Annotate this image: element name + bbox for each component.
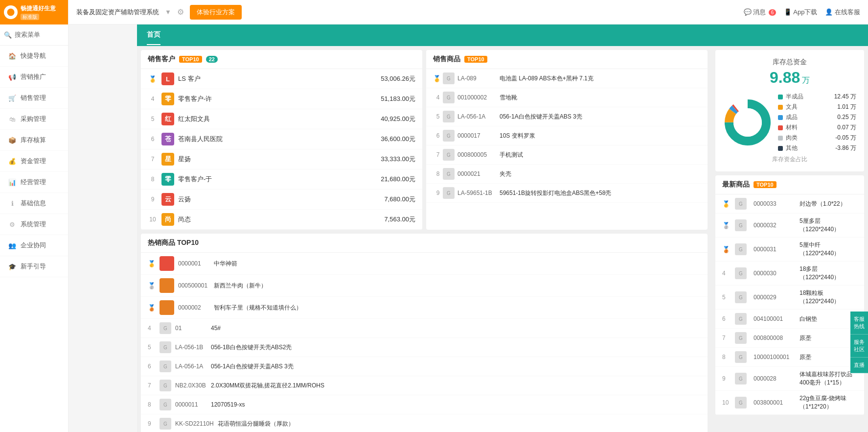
customer-service-btn[interactable]: 客服热线	[850, 312, 868, 335]
customer-name: LS 客户	[178, 74, 381, 83]
search-menu-button[interactable]: 🔍 搜索菜单	[4, 28, 64, 41]
product-code: 003800001	[754, 399, 793, 406]
table-row[interactable]: 🥇 G LA-089 电池盖 LA-089 ABS本色+黑种 7.1克	[426, 69, 708, 88]
customer-amount: 36,600.00元	[381, 135, 415, 144]
float-buttons: 客服热线 服务社区 直播	[850, 312, 868, 373]
rank-num: 5	[148, 344, 156, 351]
rank-medal-icon: 🥈	[148, 282, 156, 289]
table-row[interactable]: 6 苍 苍南县人民医院 36,600.00元	[141, 129, 422, 149]
rank-num: 4	[433, 94, 443, 101]
dropdown-icon[interactable]: ▼	[165, 8, 171, 16]
table-row[interactable]: 7 星 星扬 33,333.00元	[141, 149, 422, 169]
product-name: 体城嘉枝味苏打饮品400毫升（1*15）	[799, 370, 857, 387]
sidebar-item-销售管理[interactable]: 🛒销售管理	[0, 88, 68, 109]
sidebar-item-企业协同[interactable]: 👥企业协同	[0, 235, 68, 256]
list-item[interactable]: 🥉 0000002 智利车子里（规格不知道填什么）	[141, 297, 708, 319]
table-row[interactable]: 4 G 001000002 雪地靴	[426, 88, 708, 107]
list-item[interactable]: 🥇 G 0000033 封边带（1.0*22）	[715, 194, 864, 214]
sales-goods-badge: TOP10	[464, 56, 487, 63]
megaphone-icon: 📢	[8, 72, 17, 81]
legend-label: 肉类	[786, 134, 798, 142]
online-service[interactable]: 👤 在线客服	[825, 8, 860, 17]
list-item[interactable]: 8 G 10000100001 原垄	[715, 348, 864, 367]
list-item[interactable]: 9 G 0000028 体城嘉枝味苏打饮品400毫升（1*15）	[715, 367, 864, 391]
product-name: 056-1B白色按键开关壳ABS2壳	[211, 343, 701, 352]
sales-customer-top-badge: TOP10	[179, 56, 202, 63]
list-item[interactable]: 🥉 G 0000031 5厘中纤（1220*2440）	[715, 238, 864, 262]
legend-color-dot	[778, 95, 783, 99]
home-tab[interactable]: 首页	[147, 25, 160, 45]
list-item[interactable]: 7 G 000800008 原垄	[715, 329, 864, 348]
table-row[interactable]: 9 云 云扬 7,680.00元	[141, 190, 422, 210]
sidebar-item-新手引导[interactable]: 🎓新手引导	[0, 256, 68, 277]
table-row[interactable]: 6 G 0000017 10S 变料罗浆	[426, 126, 708, 145]
list-item[interactable]: 4 G 01 45#	[141, 319, 708, 338]
community-btn[interactable]: 服务社区	[850, 335, 868, 358]
list-item[interactable]: 7 G NB2.0X30B 2.0X30MM双搓花轴,搓花直径2.1MM/ROH…	[141, 376, 708, 395]
product-icon: G	[735, 291, 747, 303]
rank-medal-icon: 🥈	[722, 222, 731, 229]
list-item[interactable]: 8 G 0000011 12070519-xs	[141, 395, 708, 414]
sidebar-item-经营管理[interactable]: 📊经营管理	[0, 172, 68, 193]
sidebar-item-采购管理[interactable]: 🛍采购管理	[0, 109, 68, 130]
product-icon: G	[735, 313, 747, 325]
svg-point-5	[733, 108, 762, 137]
sidebar-item-系统管理[interactable]: ⚙系统管理	[0, 214, 68, 235]
sidebar-search-area[interactable]: 🔍 搜索菜单	[0, 24, 68, 46]
rank-medal-icon: 🥉	[148, 304, 156, 312]
new-products-header: 最新商品 TOP10	[715, 175, 864, 194]
message-area[interactable]: 💬 消息 6	[744, 8, 777, 17]
table-row[interactable]: 8 零 零售客户-于 21,680.00元	[141, 169, 422, 190]
table-row[interactable]: 🥇 L LS 客户 53,006.26元	[141, 69, 422, 89]
table-row[interactable]: 5 红 红太阳文具 40,925.00元	[141, 109, 422, 129]
legend-item: 肉类 -0.05 万	[778, 134, 856, 142]
customer-avatar: 尚	[161, 213, 174, 226]
table-row[interactable]: 10 尚 尚态 7,563.00元	[141, 210, 422, 230]
list-item[interactable]: 🥈 G 0000032 5厘多层（1220*2440）	[715, 214, 864, 238]
list-item[interactable]: 🥈 000500001 新西兰牛肉（新牛）	[141, 275, 708, 297]
product-name: 45#	[211, 325, 701, 332]
list-item[interactable]: 6 G 004100001 白钢垫	[715, 310, 864, 329]
list-item[interactable]: 5 G 0000029 18颗粒板（1220*2440）	[715, 286, 864, 310]
top-panels: 销售客户 TOP10 22 🥇 L LS 客户 53,006.26元 4 零 零…	[141, 50, 708, 230]
table-row[interactable]: 4 零 零售客户-许 51,183.00元	[141, 89, 422, 109]
live-btn[interactable]: 直播	[850, 358, 868, 373]
rank-medal-icon: 🥇	[433, 75, 443, 82]
rank-num: 4	[148, 325, 156, 332]
stock-unit: 万	[802, 76, 810, 84]
table-row[interactable]: 5 G LA-056-1A 056-1A白色按键开关盖ABS 3壳	[426, 107, 708, 126]
trial-button[interactable]: 体验行业方案	[190, 5, 242, 20]
list-item[interactable]: 4 G 0000030 18多层（1220*2440）	[715, 262, 864, 286]
product-icon: G	[443, 187, 455, 199]
sales-goods-list: 🥇 G LA-089 电池盖 LA-089 ABS本色+黑种 7.1克 4 G …	[426, 69, 708, 203]
sidebar-item-基础信息[interactable]: ℹ基础信息	[0, 193, 68, 214]
table-row[interactable]: 7 G 000800005 手机测试	[426, 145, 708, 165]
legend-value: 1.01 万	[837, 103, 856, 111]
list-item[interactable]: 6 G LA-056-1A 056-1A白色按键开关盖ABS 3壳	[141, 357, 708, 376]
phone-icon: 📱	[784, 8, 792, 16]
sidebar-item-营销推广[interactable]: 📢营销推广	[0, 67, 68, 88]
new-products-list: 🥇 G 0000033 封边带（1.0*22） 🥈 G 0000032 5厘多层…	[715, 194, 864, 415]
list-item[interactable]: 5 G LA-056-1B 056-1B白色按键开关壳ABS2壳	[141, 338, 708, 357]
product-code: 001000002	[457, 94, 497, 101]
sidebar-item-库存核算[interactable]: 📦库存核算	[0, 130, 68, 151]
product-code: 0000002	[178, 304, 210, 311]
app-download[interactable]: 📱 App下载	[784, 8, 817, 17]
table-row[interactable]: 9 G LA-59651-1B 59651-1B旋转投影灯电池盒ABS黑色+58…	[426, 184, 708, 203]
list-item[interactable]: 🥇 0000001 中华神箭	[141, 253, 708, 275]
product-code: 000500001	[178, 282, 210, 289]
customer-avatar: 零	[161, 93, 174, 105]
rank-num: 7	[433, 151, 443, 158]
sidebar-item-资金管理[interactable]: 💰资金管理	[0, 151, 68, 172]
customer-name: 云扬	[178, 195, 384, 204]
nav-label: 经营管理	[21, 178, 46, 187]
customer-name: 苍南县人民医院	[178, 135, 381, 144]
rank-num: 9	[433, 190, 443, 196]
list-item[interactable]: 9 G KK-SD22110H 花语萌恒温分腿睡袋（厚款）	[141, 414, 708, 432]
product-code: 0000033	[754, 200, 793, 207]
sales-goods-header: 销售商品 TOP10	[426, 50, 708, 69]
settings-icon[interactable]: ⚙	[177, 7, 184, 17]
list-item[interactable]: 10 G 003800001 22g鱼豆腐-烧烤味（1*12*20）	[715, 391, 864, 415]
table-row[interactable]: 8 G 0000021 夹壳	[426, 165, 708, 184]
sidebar-item-快捷导航[interactable]: 🏠快捷导航	[0, 46, 68, 67]
